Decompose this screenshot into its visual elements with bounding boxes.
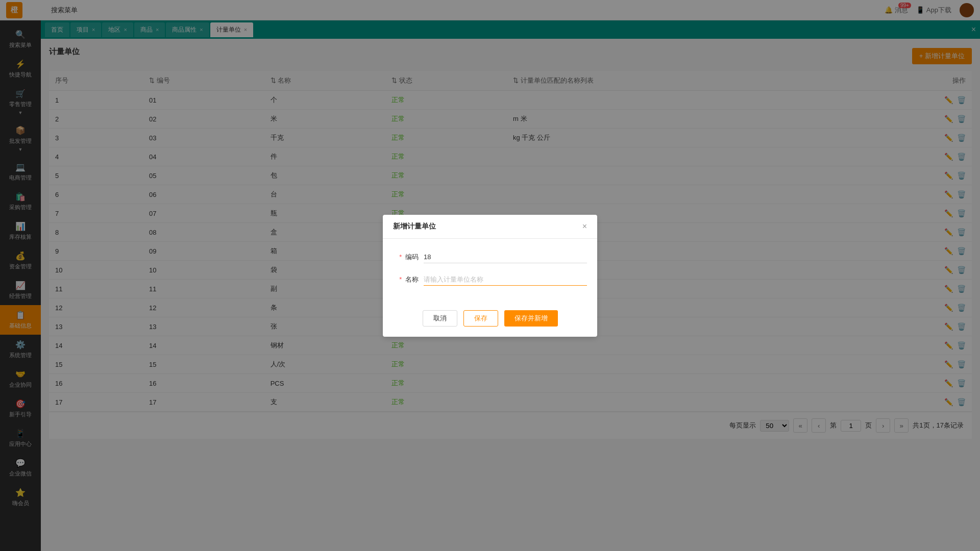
cancel-button[interactable]: 取消 bbox=[423, 310, 457, 327]
modal-footer: 取消 保存 保存并新增 bbox=[383, 304, 597, 337]
modal-overlay: 新增计量单位 × * 编码 * 名称 取消 保存 保存并新增 bbox=[0, 0, 980, 551]
name-field-row: * 名称 bbox=[393, 273, 587, 286]
name-input[interactable] bbox=[424, 273, 587, 286]
required-marker-name: * bbox=[399, 276, 402, 283]
code-input[interactable] bbox=[424, 251, 587, 263]
modal-title: 新增计量单位 bbox=[393, 222, 436, 231]
add-unit-modal: 新增计量单位 × * 编码 * 名称 取消 保存 保存并新增 bbox=[383, 215, 597, 337]
code-field-label: * 编码 bbox=[393, 253, 424, 262]
modal-close-button[interactable]: × bbox=[582, 222, 587, 231]
modal-header: 新增计量单位 × bbox=[383, 215, 597, 239]
save-and-add-button[interactable]: 保存并新增 bbox=[504, 310, 558, 327]
required-marker-code: * bbox=[399, 253, 402, 261]
modal-body: * 编码 * 名称 bbox=[383, 239, 597, 304]
code-field-row: * 编码 bbox=[393, 251, 587, 263]
save-button[interactable]: 保存 bbox=[463, 310, 498, 327]
name-field-label: * 名称 bbox=[393, 275, 424, 284]
